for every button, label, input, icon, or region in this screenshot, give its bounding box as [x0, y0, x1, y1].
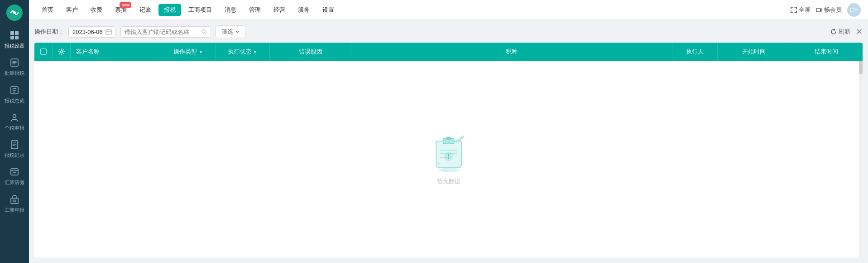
sort-icon: ▼ — [253, 49, 258, 54]
tax-overview-icon — [8, 84, 21, 97]
sort-icon: ▼ — [199, 49, 203, 54]
sidebar-item-label: 批量报税 — [5, 70, 24, 76]
settings-icon — [58, 48, 65, 55]
settlement-icon — [8, 166, 21, 178]
svg-rect-5 — [15, 36, 19, 39]
sidebar-item-label: 报税设置 — [5, 43, 24, 49]
svg-rect-3 — [15, 31, 19, 35]
nav-settings[interactable]: 设置 — [317, 4, 340, 16]
svg-rect-23 — [13, 200, 16, 202]
toolbar: 操作日期： 2023-06-06 筛选 — [34, 25, 863, 38]
sidebar-item-label: 报税记录 — [5, 152, 24, 158]
sidebar-item-tax-settings[interactable]: 报税设置 — [0, 25, 29, 53]
fullscreen-button[interactable]: 全屏 — [791, 6, 810, 14]
user-avatar[interactable]: CE — [847, 3, 861, 17]
search-box[interactable] — [120, 26, 211, 38]
fullscreen-icon — [791, 7, 797, 13]
nav-right: 全屏 畅会员 CE — [791, 3, 861, 17]
sidebar-item-tax-overview[interactable]: 报税总览 — [0, 80, 29, 107]
nav-billing[interactable]: 收费 — [85, 4, 108, 16]
chevron-down-icon — [235, 29, 240, 34]
sidebar-item-label: 报税总览 — [5, 97, 24, 104]
svg-rect-25 — [106, 29, 111, 34]
sidebar-item-label: 工商年报 — [5, 207, 24, 213]
svg-point-31 — [60, 51, 62, 53]
svg-point-42 — [437, 163, 440, 165]
th-error-reason: 错误股因 — [270, 43, 351, 61]
annual-report-icon — [8, 193, 21, 206]
th-exec-status[interactable]: 执行状态 ▼ — [216, 43, 270, 61]
th-op-type[interactable]: 操作类型 ▼ — [161, 43, 216, 61]
nav-menu: 首页 客户 收费 票据 new 记账 报税 工商项目 消息 管理 经营 服务 设… — [36, 4, 791, 16]
scroll-track[interactable] — [859, 61, 863, 258]
refresh-icon — [830, 29, 837, 35]
member-button[interactable]: 畅会员 — [816, 6, 842, 14]
close-button[interactable]: ✕ — [856, 28, 863, 36]
nav-business[interactable]: 工商项目 — [183, 4, 217, 16]
sidebar-item-annual-report[interactable]: 工商年报 — [0, 190, 29, 217]
th-executor: 执行人 — [672, 43, 718, 61]
nav-manage[interactable]: 管理 — [244, 4, 266, 16]
date-value: 2023-06-06 — [72, 29, 103, 35]
scroll-thumb[interactable] — [859, 61, 863, 74]
svg-rect-24 — [816, 8, 820, 12]
filter-button[interactable]: 筛选 — [216, 25, 245, 38]
empty-text: 暂无数据 — [437, 177, 460, 185]
svg-point-29 — [202, 29, 205, 33]
th-customer: 客户名称 — [71, 43, 161, 61]
date-label: 操作日期： — [34, 28, 64, 36]
search-icon — [201, 29, 207, 35]
select-all-checkbox[interactable] — [40, 49, 47, 55]
sidebar-item-tax-records[interactable]: 报税记录 — [0, 135, 29, 162]
sidebar: 报税设置 批量报税 报税总览 — [0, 0, 29, 263]
svg-rect-4 — [10, 36, 14, 39]
svg-rect-22 — [11, 198, 18, 204]
video-icon — [816, 7, 822, 13]
calendar-icon — [106, 29, 112, 35]
th-tax-type: 税种 — [351, 43, 672, 61]
main-area: 首页 客户 收费 票据 new 记账 报税 工商项目 消息 管理 经营 服务 设… — [29, 0, 868, 263]
nav-home[interactable]: 首页 — [36, 4, 59, 16]
table-body: ! 暂无数据 — [34, 61, 863, 258]
empty-illustration: ! 暂无数据 — [431, 133, 467, 185]
sidebar-item-batch-tax[interactable]: 批量报税 — [0, 53, 29, 80]
sidebar-item-label: 汇算清缴 — [5, 179, 24, 185]
th-start-time: 开始时间 — [718, 43, 790, 61]
svg-point-14 — [13, 114, 16, 117]
tax-settings-icon — [8, 29, 21, 42]
toolbar-right: 刷新 ✕ — [830, 28, 863, 36]
svg-text:!: ! — [447, 153, 450, 160]
date-picker[interactable]: 2023-06-06 — [68, 26, 116, 38]
nav-tax[interactable]: 报税 — [158, 4, 181, 16]
sidebar-item-label: 个税申报 — [5, 125, 24, 131]
empty-state-icon: ! — [431, 133, 467, 174]
sidebar-item-personal-tax[interactable]: 个税申报 — [0, 107, 29, 135]
table-container: 客户名称 操作类型 ▼ 执行状态 ▼ 错误股因 税种 执行人 — [34, 43, 863, 258]
svg-point-32 — [439, 168, 459, 172]
sidebar-item-settlement[interactable]: 汇算清缴 — [0, 162, 29, 189]
top-nav: 首页 客户 收费 票据 new 记账 报税 工商项目 消息 管理 经营 服务 设… — [29, 0, 868, 20]
nav-service[interactable]: 服务 — [293, 4, 315, 16]
nav-invoice[interactable]: 票据 new — [110, 4, 132, 16]
content-area: 操作日期： 2023-06-06 筛选 — [29, 20, 868, 263]
th-end-time: 结束时间 — [790, 43, 863, 61]
svg-rect-19 — [11, 169, 18, 175]
nav-customer[interactable]: 客户 — [61, 4, 83, 16]
refresh-button[interactable]: 刷新 — [830, 28, 850, 36]
table-header: 客户名称 操作类型 ▼ 执行状态 ▼ 错误股因 税种 执行人 — [34, 43, 863, 61]
nav-message[interactable]: 消息 — [219, 4, 242, 16]
search-input[interactable] — [125, 29, 199, 35]
th-checkbox[interactable] — [34, 43, 53, 61]
app-logo[interactable] — [6, 5, 23, 21]
nav-operations[interactable]: 经营 — [268, 4, 291, 16]
svg-line-30 — [205, 33, 206, 34]
th-settings[interactable] — [53, 43, 71, 61]
svg-point-43 — [458, 165, 460, 166]
tax-records-icon — [8, 138, 21, 151]
svg-rect-15 — [11, 141, 18, 149]
svg-rect-2 — [10, 31, 14, 35]
batch-tax-icon — [8, 56, 21, 69]
svg-point-1 — [13, 11, 16, 14]
nav-accounting[interactable]: 记账 — [134, 4, 157, 16]
personal-tax-icon — [8, 111, 21, 124]
